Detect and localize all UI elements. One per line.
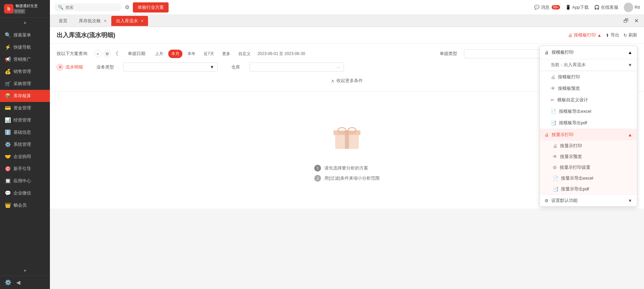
date-btn-last-month[interactable]: 上月 — [152, 50, 166, 58]
tab-inventory-batch[interactable]: 库存批次账 × — [74, 16, 111, 26]
phone-icon: 📱 — [565, 5, 571, 10]
filter-add-btn[interactable]: + — [94, 50, 101, 57]
window-close-btn[interactable]: ✕ — [633, 17, 640, 25]
sidebar-item-marketing[interactable]: 📢 营销推广 — [0, 53, 50, 65]
date-btn-custom[interactable]: 自定义 — [235, 50, 254, 58]
sidebar-item-apps[interactable]: 🔲 应用中心 — [0, 175, 50, 187]
sidebar-item-basics[interactable]: ℹ️ 基础信息 — [0, 126, 50, 138]
filter-label: 按以下方案查询 — [57, 51, 87, 57]
sidebar-item-purchase[interactable]: 🛒 采购管理 — [0, 78, 50, 90]
print-dropdown-panel: 🖨 按模板打印 ▲ 当前：出入库流水 ▼ 🖨 按模板打印 👁 按模板预览 — [539, 46, 637, 207]
sidebar-item-finance[interactable]: 💳 资金管理 — [0, 102, 50, 114]
tab-inventory-batch-close[interactable]: × — [104, 19, 107, 23]
tabs-bar: 首页 库存批次账 × 出入库流水 × 🗗 ✕ — [50, 15, 644, 27]
sidebar-item-search[interactable]: 🔍 搜索菜单 — [0, 29, 50, 41]
voucher-type-label: 单据类型 — [440, 51, 457, 57]
user-avatar[interactable]: Rit — [624, 3, 640, 12]
printer-icon-2: 🖨 — [551, 74, 555, 80]
print-set-default-btn[interactable]: ⚙ 设置默认功能 ▼ — [540, 195, 637, 206]
topbar-right: 💬 消息 99+ 📱 App下载 🎧 在线客服 Rit — [534, 3, 640, 12]
sidebar-item-operations[interactable]: 📊 经营管理 — [0, 114, 50, 126]
sidebar-item-quick[interactable]: ⚡ 快捷导航 — [0, 41, 50, 53]
trial-btn[interactable]: 体验行业方案 — [133, 2, 169, 12]
wechat-nav-icon: 💬 — [5, 190, 11, 196]
print-display-pdf-btn[interactable]: 📑 按显示导出pdf — [540, 184, 637, 194]
date-btn-7days[interactable]: 近7天 — [201, 50, 217, 58]
step-num-1: 1 — [314, 165, 321, 172]
date-btn-this-month[interactable]: 本月 — [168, 50, 182, 58]
sidebar-item-label-enterprise: 企业协同 — [13, 154, 31, 160]
date-label: 单据日期 — [128, 51, 145, 57]
print-display-print-btn[interactable]: 🖨 按显示打印 — [540, 140, 637, 151]
print-display-preview-btn[interactable]: 👁 按显示预览 — [540, 151, 637, 162]
sidebar-item-label-wechat: 企业微信 — [13, 190, 31, 196]
purchase-nav-icon: 🛒 — [5, 81, 11, 87]
refresh-btn[interactable]: ↻ 刷新 — [623, 32, 637, 38]
scroll-up-btn[interactable]: ▲ — [0, 19, 50, 26]
excel-icon: 📄 — [551, 109, 556, 114]
sidebar-logo: b 畅捷通好生意 标准版 — [0, 0, 50, 18]
business-type-select[interactable]: ▼ — [123, 62, 218, 72]
window-restore-btn[interactable]: 🗗 — [622, 17, 630, 25]
marketing-nav-icon: 📢 — [5, 56, 11, 62]
print-panel-header[interactable]: 🖨 按模板打印 ▲ — [540, 46, 637, 59]
sidebar-item-enterprise[interactable]: 🤝 企业协同 — [0, 151, 50, 163]
date-btn-more[interactable]: 更多 — [219, 50, 233, 58]
warehouse-input[interactable]: ··· — [250, 62, 344, 72]
sidebar-item-wechat[interactable]: 💬 企业微信 — [0, 187, 50, 199]
app-download-btn[interactable]: 📱 App下载 — [565, 4, 589, 10]
sidebar-item-label-sales: 销售管理 — [13, 69, 31, 75]
sidebar-item-guide[interactable]: 🎯 新手引导 — [0, 163, 50, 175]
business-type-dropdown-icon: ▼ — [210, 64, 214, 70]
printer-icon: 🖨 — [568, 33, 573, 38]
default-chevron-icon: ▼ — [628, 198, 632, 203]
tab-inventory-flow-close[interactable]: × — [141, 19, 143, 23]
print-template-print-btn[interactable]: 🖨 按模板打印 — [540, 71, 637, 83]
print-template-pdf-btn[interactable]: 📑 按模板导出pdf — [540, 117, 637, 129]
tab-home[interactable]: 首页 — [54, 16, 72, 26]
sidebar-collapse-icon[interactable]: ◀ — [16, 279, 20, 286]
online-service-btn[interactable]: 🎧 在线客服 — [594, 4, 618, 10]
print-display-excel-btn[interactable]: 📄 按显示导出excel — [540, 173, 637, 184]
print-display-section-header[interactable]: 🖨 按显示打印 ▲ — [540, 129, 637, 140]
eye-icon: 👁 — [551, 86, 555, 91]
print-template-excel-btn[interactable]: 📄 按模板导出excel — [540, 106, 637, 117]
filter-collapse-btn[interactable]: 《 — [113, 50, 118, 57]
print-panel-header-icon: 🖨 — [545, 50, 549, 55]
business-type-label: 业务类型 — [96, 64, 114, 70]
scroll-down-btn[interactable]: ▼ — [0, 267, 50, 274]
sidebar-settings-icon[interactable]: ⚙️ — [5, 279, 11, 286]
empty-icon — [330, 119, 364, 159]
message-btn[interactable]: 💬 消息 99+ — [534, 4, 560, 10]
topbar-settings-icon[interactable]: ⚙ — [125, 4, 129, 10]
sidebar-item-label-marketing: 营销推广 — [13, 56, 31, 62]
sidebar-item-system[interactable]: ⚙️ 系统管理 — [0, 138, 50, 151]
print-current-item: 当前：出入库流水 ▼ — [540, 59, 637, 71]
svg-rect-2 — [345, 130, 349, 149]
message-icon: 💬 — [534, 5, 539, 10]
date-btn-this-year[interactable]: 本年 — [184, 50, 199, 58]
export-icon: ⬆ — [606, 33, 609, 38]
logo-badge: 标准版 — [13, 9, 25, 14]
finance-nav-icon: 💳 — [5, 105, 11, 111]
sidebar-item-inventory[interactable]: 📦 库存核算 — [0, 90, 50, 102]
filter-settings-btn[interactable]: ⚙ — [104, 50, 111, 57]
print-template-custom-btn[interactable]: ✏ 模板自定义设计 — [540, 94, 637, 106]
topbar-search-input[interactable] — [65, 5, 113, 10]
print-display-settings-btn[interactable]: ⚙ 按显示打印设置 — [540, 162, 637, 173]
sidebar-item-member[interactable]: 👑 畅会员 — [0, 199, 50, 211]
sidebar-item-sales[interactable]: 💰 销售管理 — [0, 65, 50, 78]
collapse-chevron-icon: ∧ — [331, 78, 334, 83]
warehouse-label: 仓库 — [231, 64, 240, 70]
sidebar-nav: 🔍 搜索菜单 ⚡ 快捷导航 📢 营销推广 💰 销售管理 🛒 采购管理 📦 库存核… — [0, 27, 50, 266]
inventory-nav-icon: 📦 — [5, 93, 11, 99]
sidebar-item-label-system: 系统管理 — [13, 141, 31, 148]
print-template-preview-btn[interactable]: 👁 按模板预览 — [540, 83, 637, 94]
page-header-actions: 🖨 按模板打印 ▲ ⬆ 导出 ↻ 刷新 — [568, 32, 637, 38]
export-btn[interactable]: ⬆ 导出 — [606, 32, 619, 38]
tab-inventory-flow[interactable]: 出入库流水 × — [111, 16, 148, 26]
print-template-btn[interactable]: 🖨 按模板打印 ▲ — [568, 32, 602, 38]
sidebar-item-label-purchase: 采购管理 — [13, 81, 31, 87]
flow-detail-tag: ⊕ 流水明细 — [57, 64, 83, 71]
date-options: 上月 本月 本年 近7天 更多 自定义 2023-06-01 至 2023-06… — [152, 50, 305, 58]
